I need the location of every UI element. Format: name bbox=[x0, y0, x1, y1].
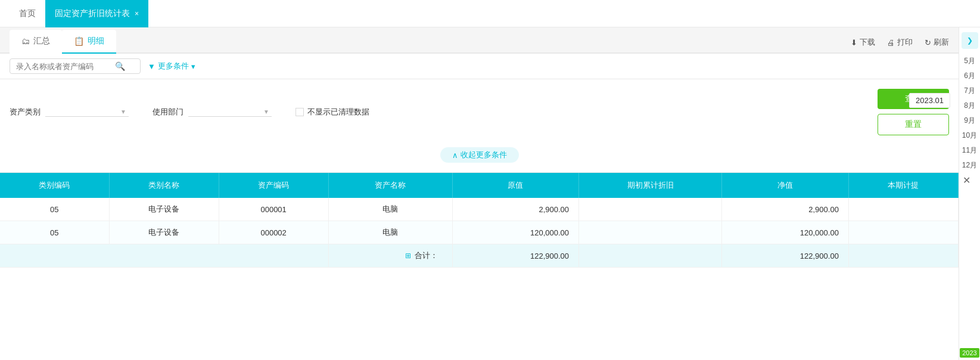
hide-cleared-field: 不显示已清理数据 bbox=[295, 107, 369, 117]
year-badge: 2023 bbox=[960, 348, 979, 358]
download-icon: ⬇ bbox=[851, 38, 857, 47]
sidebar-month-item[interactable]: 8月 bbox=[961, 98, 978, 113]
col-category-name: 类别名称 bbox=[109, 173, 219, 198]
sidebar-month-item[interactable]: 12月 bbox=[961, 158, 978, 173]
active-tab[interactable]: 固定资产折旧统计表 × bbox=[45, 0, 148, 27]
left-panel: 🗂 汇总 📋 明细 ⬇ 下载 🖨 打印 ↻ 刷新 bbox=[0, 27, 959, 360]
table-header: 类别编码 类别名称 资产编码 资产名称 原值 期初累计折旧 净值 本期计提 bbox=[0, 173, 959, 198]
cell-asset-code: 000002 bbox=[219, 221, 328, 244]
cell-category-code: 05 bbox=[0, 198, 109, 221]
more-conditions-button[interactable]: ▼ 更多条件 ▾ bbox=[148, 61, 195, 72]
department-arrow-icon: ▼ bbox=[263, 108, 269, 115]
sidebar-month-item[interactable]: 10月 bbox=[961, 128, 978, 143]
cell-asset-code: 000001 bbox=[219, 198, 328, 221]
refresh-label: 刷新 bbox=[934, 37, 949, 48]
department-select[interactable]: ▼ bbox=[188, 107, 272, 117]
sidebar-month-item[interactable]: 6月 bbox=[961, 69, 978, 83]
sidebar-month-item[interactable]: 7月 bbox=[961, 83, 978, 98]
total-net-value: 122,900.00 bbox=[722, 244, 848, 268]
col-accumulated-depreciation: 期初累计折旧 bbox=[579, 173, 722, 198]
cell-accumulated-depreciation bbox=[579, 198, 722, 221]
filter-panel: 资产类别 ▼ 使用部门 ▼ 不显示已清理数据 bbox=[0, 79, 959, 173]
window-close-button[interactable]: ✕ bbox=[963, 175, 970, 186]
col-category-code: 类别编码 bbox=[0, 173, 109, 198]
search-input-wrap[interactable]: 🔍 bbox=[10, 58, 141, 74]
refresh-button[interactable]: ↻ 刷新 bbox=[925, 37, 949, 48]
asset-category-arrow-icon: ▼ bbox=[120, 108, 126, 115]
department-field: 使用部门 ▼ bbox=[153, 107, 272, 117]
search-bar: 🔍 ▼ 更多条件 ▾ bbox=[0, 54, 959, 79]
tab-detail[interactable]: 📋 明细 bbox=[62, 30, 116, 54]
filter-icon: ▼ bbox=[148, 62, 155, 71]
more-conditions-label: 更多条件 bbox=[158, 61, 189, 72]
tab-close-icon[interactable]: × bbox=[135, 10, 139, 18]
print-button[interactable]: 🖨 打印 bbox=[887, 37, 913, 48]
sidebar-month-item[interactable]: 5月 bbox=[961, 54, 978, 69]
home-label: 首页 bbox=[19, 8, 36, 19]
top-nav: 首页 固定资产折旧统计表 × ✕ bbox=[0, 0, 980, 27]
cell-asset-name: 电脑 bbox=[328, 198, 452, 221]
summary-icon: 🗂 bbox=[21, 36, 30, 46]
table-row: 05 电子设备 000002 电脑 120,000.00 120,000.00 bbox=[0, 221, 959, 244]
collapse-label: 收起更多条件 bbox=[461, 150, 507, 160]
hide-cleared-label: 不显示已清理数据 bbox=[307, 107, 369, 117]
collapse-button[interactable]: ∧ 收起更多条件 bbox=[440, 147, 519, 163]
asset-category-field: 资产类别 ▼ bbox=[10, 107, 129, 117]
arrow-icon: ❯ bbox=[967, 36, 973, 45]
more-conditions-arrow-icon: ▾ bbox=[191, 62, 195, 71]
col-asset-code: 资产编码 bbox=[219, 173, 328, 198]
cell-category-name: 电子设备 bbox=[109, 198, 219, 221]
table-row: 05 电子设备 000001 电脑 2,900.00 2,900.00 bbox=[0, 198, 959, 221]
search-icon: 🔍 bbox=[115, 61, 125, 71]
tab-bar: 🗂 汇总 📋 明细 ⬇ 下载 🖨 打印 ↻ 刷新 bbox=[0, 27, 959, 54]
data-table: 类别编码 类别名称 资产编码 资产名称 原值 期初累计折旧 净值 本期计提 05… bbox=[0, 173, 959, 360]
cell-current-provision bbox=[848, 198, 958, 221]
home-tab[interactable]: 首页 bbox=[10, 0, 45, 27]
tab-actions: ⬇ 下载 🖨 打印 ↻ 刷新 bbox=[851, 37, 949, 52]
asset-category-select[interactable]: ▼ bbox=[45, 107, 129, 117]
hide-cleared-checkbox[interactable] bbox=[295, 108, 304, 116]
total-current-provision bbox=[848, 244, 958, 268]
cell-category-code: 05 bbox=[0, 221, 109, 244]
cell-net-value: 120,000.00 bbox=[722, 221, 848, 244]
total-row: ⊞ 合计： 122,900.00 122,900.00 bbox=[0, 244, 959, 268]
search-input[interactable] bbox=[16, 62, 111, 71]
total-original-value: 122,900.00 bbox=[452, 244, 578, 268]
total-accumulated bbox=[579, 244, 722, 268]
collapse-icon: ∧ bbox=[452, 151, 458, 160]
refresh-icon: ↻ bbox=[925, 38, 931, 47]
reset-button[interactable]: 重置 bbox=[878, 114, 949, 135]
right-sidebar: ❯ 5月6月7月8月9月10月11月12月 2023 bbox=[959, 27, 980, 360]
cell-net-value: 2,900.00 bbox=[722, 198, 848, 221]
col-current-provision: 本期计提 bbox=[848, 173, 958, 198]
tab-label: 固定资产折旧统计表 bbox=[55, 8, 130, 19]
download-button[interactable]: ⬇ 下载 bbox=[851, 37, 875, 48]
cell-current-provision bbox=[848, 221, 958, 244]
month-list: 5月6月7月8月9月10月11月12月 bbox=[961, 54, 978, 173]
detail-icon: 📋 bbox=[74, 36, 84, 46]
sidebar-month-item[interactable]: 11月 bbox=[961, 143, 978, 158]
cell-category-name: 电子设备 bbox=[109, 221, 219, 244]
download-label: 下载 bbox=[860, 37, 875, 48]
cell-original-value: 2,900.00 bbox=[452, 198, 578, 221]
col-original-value: 原值 bbox=[452, 173, 578, 198]
total-empty-1 bbox=[0, 244, 328, 268]
department-label: 使用部门 bbox=[153, 107, 183, 117]
date-header: 2023.01 bbox=[909, 93, 950, 108]
table-body: 05 电子设备 000001 电脑 2,900.00 2,900.00 05 电… bbox=[0, 198, 959, 268]
asset-category-label: 资产类别 bbox=[10, 107, 41, 117]
sidebar-arrow-button[interactable]: ❯ bbox=[962, 32, 978, 49]
tab-detail-label: 明细 bbox=[88, 36, 104, 46]
cell-accumulated-depreciation bbox=[579, 221, 722, 244]
cell-original-value: 120,000.00 bbox=[452, 221, 578, 244]
sidebar-month-item[interactable]: 9月 bbox=[961, 113, 978, 128]
total-icon: ⊞ bbox=[405, 252, 411, 260]
cell-asset-name: 电脑 bbox=[328, 221, 452, 244]
print-label: 打印 bbox=[897, 37, 913, 48]
total-label-text: 合计： bbox=[415, 250, 438, 261]
col-asset-name: 资产名称 bbox=[328, 173, 452, 198]
table: 类别编码 类别名称 资产编码 资产名称 原值 期初累计折旧 净值 本期计提 05… bbox=[0, 173, 959, 268]
total-label-cell: ⊞ 合计： bbox=[328, 244, 452, 268]
header-row: 类别编码 类别名称 资产编码 资产名称 原值 期初累计折旧 净值 本期计提 bbox=[0, 173, 959, 198]
tab-summary[interactable]: 🗂 汇总 bbox=[10, 30, 62, 54]
